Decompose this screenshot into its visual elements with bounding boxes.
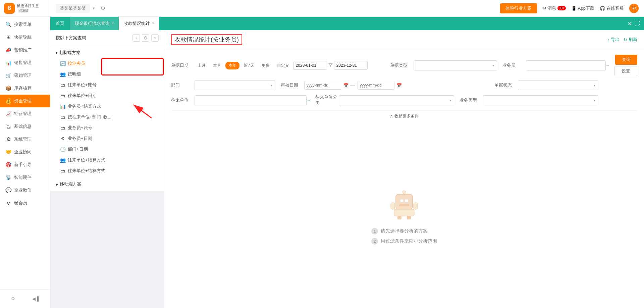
sidebar-item-purchase[interactable]: 🛒 采购管理 — [0, 69, 50, 82]
search-menu-icon: 🔍 — [5, 21, 11, 28]
salesperson-label: 业务员 — [502, 62, 526, 68]
sidebar-nav: 🔍 搜索菜单 ⊞ 快捷导航 📣 营销推广 📊 销售管理 🛒 采购管理 📦 — [0, 17, 50, 289]
form-item-date: 单据日期 上月 本月 本年 近7天 更多 自定义 至 — [171, 61, 385, 70]
partner-category-select[interactable]: ▾ — [339, 95, 454, 105]
tab-bank-flow[interactable]: 现金银行流水查询 × — [70, 17, 119, 30]
partner-settle2-icon: 🗃 — [60, 168, 66, 174]
date-btn-more[interactable]: 更多 — [259, 62, 273, 69]
date-btn-7days[interactable]: 近7天 — [241, 62, 257, 69]
collapse-bar[interactable]: ∧ 收起更多条件 — [171, 110, 637, 122]
tree-node-salesperson-date[interactable]: ⚙ 业务员+日期 — [54, 133, 164, 144]
guide-icon: 🎯 — [5, 162, 11, 168]
sidebar-item-enterprise[interactable]: 🤝 企业协同 — [0, 146, 50, 158]
tab-collection-stats[interactable]: 收款情况统计 × — [119, 17, 159, 30]
sidebar-item-smart[interactable]: 📡 智能硬件 — [0, 171, 50, 184]
service-icon: 🎧 — [600, 6, 605, 11]
partner-input[interactable] — [195, 95, 307, 105]
date-btn-this-year[interactable]: 本年 — [225, 62, 239, 69]
tree-node-partner-account[interactable]: 🗃 往来单位+账号 — [54, 80, 164, 90]
online-service-btn[interactable]: 🎧 在线客服 — [600, 5, 624, 11]
tree-parent-mobile[interactable]: ▶ 移动端方案 — [50, 179, 164, 190]
tree-node-by-salesperson[interactable]: 🔄 按业务员 — [54, 58, 164, 69]
tree-node-salesperson-account[interactable]: 🗃 业务员+账号 — [54, 122, 164, 133]
review-date-start-input[interactable] — [304, 81, 341, 90]
tree-node-partner-settle2[interactable]: 🗃 往来单位+结算方式 — [54, 165, 164, 176]
doc-status-label: 单据状态 — [494, 82, 518, 88]
header-settings-btn[interactable]: ⚙ — [98, 3, 108, 14]
left-arrows-icon: « — [154, 35, 156, 41]
salesperson-input[interactable] — [526, 60, 606, 70]
export-btn[interactable]: ↑ 导出 — [607, 37, 620, 43]
date-btn-custom[interactable]: 自定义 — [274, 62, 292, 69]
doc-status-select[interactable]: ▾ — [518, 80, 599, 90]
breadcrumb-dropdown-icon[interactable]: ▾ — [93, 6, 95, 11]
doc-type-select[interactable]: ▾ — [414, 60, 497, 70]
left-panel-wrapper: 按以下方案查询 + ⚙ « — [50, 30, 164, 308]
partner-dept-icon: 🗃 — [60, 114, 66, 120]
tree-node-dept-date[interactable]: 🕐 部门+日期 — [54, 144, 164, 155]
tree-parent-desktop[interactable]: ▾ 电脑端方案 — [50, 47, 164, 58]
left-panel: 按以下方案查询 + ⚙ « — [50, 30, 164, 191]
tab-home[interactable]: 首页 — [50, 17, 70, 30]
sidebar-item-inventory[interactable]: 📦 库存核算 — [0, 82, 50, 95]
form-actions: 查询 设置 — [614, 55, 637, 76]
date-btn-last-month[interactable]: 上月 — [195, 62, 209, 69]
sidebar-settings-btn[interactable]: ⚙ — [6, 294, 20, 304]
main-area: 某某某某某某 ▾ ⚙ 体验行业方案 ✉ 消息 99+ 📱 App下载 � — [50, 0, 644, 308]
tree-node-partner-dept-col[interactable]: 🗃 按往来单位+部门+收... — [54, 112, 164, 122]
sidebar-item-sales[interactable]: 📊 销售管理 — [0, 56, 50, 69]
sidebar-collapse-btn[interactable]: ◀▐ — [27, 294, 44, 304]
sidebar-item-vip[interactable]: V 畅会员 — [0, 197, 50, 209]
dept-arrow-icon: ▾ — [271, 84, 272, 87]
trial-btn[interactable]: 体验行业方案 — [500, 3, 537, 13]
calendar-end-icon[interactable]: 📅 — [396, 83, 402, 88]
settings-btn[interactable]: 设置 — [614, 66, 637, 76]
sidebar-item-wechat[interactable]: 💬 企业微信 — [0, 184, 50, 197]
review-date-selector: 📅 — 📅 — [304, 81, 402, 90]
query-btn[interactable]: 查询 — [615, 55, 637, 65]
sidebar-item-operations[interactable]: 📈 经营管理 — [0, 107, 50, 120]
sidebar-item-system[interactable]: ⚙ 系统管理 — [0, 133, 50, 146]
gear-icon: ⚙ — [101, 5, 105, 11]
biz-type-select[interactable]: ▾ — [483, 95, 598, 105]
tree-node-by-detail[interactable]: 👥 按明细 — [54, 69, 164, 80]
refresh-btn[interactable]: ↻ 刷新 — [624, 37, 637, 43]
smart-icon: 📡 — [5, 174, 11, 181]
header-left: 某某某某某某 ▾ ⚙ — [56, 3, 108, 14]
sidebar-item-finance[interactable]: 💰 资金管理 — [0, 95, 50, 107]
window-close-btn[interactable]: ✕ — [628, 20, 632, 27]
sidebar-item-quick-nav[interactable]: ⊞ 快捷导航 — [0, 31, 50, 44]
message-icon: ✉ — [542, 6, 546, 11]
tree-node-partner-settle1[interactable]: 👥 往来单位+结算方式 — [54, 155, 164, 165]
review-date-end-input[interactable] — [358, 81, 394, 90]
calendar-start-icon[interactable]: 📅 — [343, 83, 348, 88]
user-avatar[interactable]: Rit — [629, 4, 639, 13]
tree-node-salesperson-settle[interactable]: 📊 业务员+结算方式 — [54, 101, 164, 112]
inventory-icon: 📦 — [5, 85, 11, 91]
date-btn-this-month[interactable]: 本月 — [210, 62, 224, 69]
dept-select[interactable]: ▾ — [195, 80, 275, 90]
app-download-btn[interactable]: 📱 App下载 — [571, 5, 594, 11]
window-maximize-btn[interactable]: ⛶ — [635, 20, 640, 27]
logo-text: 畅捷通好生意 标准版 — [17, 3, 39, 13]
sidebar-item-marketing[interactable]: 📣 营销推广 — [0, 44, 50, 56]
tree-children-desktop: 🔄 按业务员 👥 按明细 🗃 往来单位+账号 — [50, 58, 164, 176]
sidebar-item-guide[interactable]: 🎯 新手引导 — [0, 158, 50, 171]
collapse-panel-btn[interactable]: « — [151, 34, 159, 42]
date-start-input[interactable] — [293, 61, 327, 70]
tab-bank-flow-close[interactable]: × — [112, 21, 114, 26]
page-title-bar: 收款情况统计(按业务员) ↑ 导出 ↻ 刷新 — [164, 30, 644, 49]
date-end-input[interactable] — [334, 61, 368, 70]
messages-btn[interactable]: ✉ 消息 99+ — [542, 5, 566, 11]
empty-step-1: 1 请先选择要分析的方案 — [371, 228, 437, 235]
partner-more-btn[interactable]: ··· — [307, 98, 310, 103]
sidebar-item-search-menu[interactable]: 🔍 搜索菜单 — [0, 18, 50, 31]
sidebar-item-basic[interactable]: 🗂 基础信息 — [0, 120, 50, 133]
partner-account-icon: 🗃 — [60, 82, 66, 88]
add-scheme-btn[interactable]: + — [132, 34, 140, 42]
tree-arrow-desktop: ▾ — [56, 51, 57, 55]
tree-node-partner-date[interactable]: 🗃 往来单位+日期 — [54, 90, 164, 101]
tab-collection-stats-close[interactable]: × — [152, 21, 154, 26]
salesperson-more-btn[interactable]: ··· — [606, 63, 609, 68]
scheme-settings-btn[interactable]: ⚙ — [142, 34, 149, 42]
